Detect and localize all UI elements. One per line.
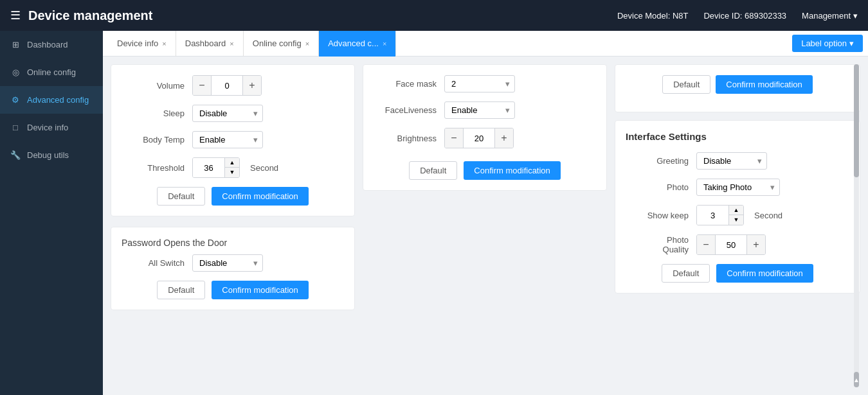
online-config-icon: ◎ [10, 67, 21, 77]
password-default-button[interactable]: Default [157, 281, 205, 299]
photo-select-wrap[interactable]: Taking Photo None [696, 179, 780, 196]
threshold-stepper[interactable]: ▲ ▼ [192, 157, 240, 178]
sidebar-item-debug-utils[interactable]: 🔧 Debug utils [0, 141, 103, 169]
photo-quality-control: − + [696, 234, 849, 255]
top-confirm-button[interactable]: Confirm modification [716, 75, 813, 94]
card1-default-button[interactable]: Default [157, 187, 205, 206]
card2-confirm-button[interactable]: Confirm modification [464, 161, 561, 180]
interface-default-button[interactable]: Default [662, 264, 710, 283]
body-temp-select-wrap[interactable]: Enable Disable [192, 131, 263, 148]
tab-online-config-close[interactable]: × [305, 40, 309, 48]
face-mask-select-wrap[interactable]: 1 2 3 [444, 75, 515, 92]
face-liveness-control: Enable Disable [444, 101, 596, 119]
photo-select[interactable]: Taking Photo None [696, 179, 780, 196]
sleep-label: Sleep [122, 109, 192, 118]
greeting-control: Disable Enable [696, 152, 849, 170]
top-right-btn-row: Default Confirm modification [626, 75, 849, 94]
show-keep-up-button[interactable]: ▲ [729, 206, 743, 215]
face-liveness-row: FaceLiveness Enable Disable [374, 101, 596, 119]
label-option-button[interactable]: Label option ▾ [792, 35, 863, 52]
threshold-arrows[interactable]: ▲ ▼ [225, 158, 239, 177]
menu-icon[interactable]: ☰ [10, 8, 21, 22]
tab-dashboard-close[interactable]: × [230, 40, 233, 48]
body-temp-row: Body Temp Enable Disable [122, 131, 344, 148]
face-mask-row: Face mask 1 2 3 [374, 75, 596, 92]
brightness-input[interactable] [463, 128, 495, 148]
photo-quality-num-input[interactable]: − + [696, 234, 766, 255]
sidebar-item-online-config[interactable]: ◎ Online config [0, 58, 103, 86]
topbar-info: Device Model: N8T Device ID: 689302333 M… [617, 11, 858, 21]
all-switch-select[interactable]: Disable Enable [192, 254, 263, 272]
sidebar-label-advanced-config: Advanced config [27, 95, 89, 105]
body-temp-select[interactable]: Enable Disable [192, 131, 263, 148]
volume-input[interactable] [211, 76, 243, 95]
device-model-label: Device Model: N8T [617, 11, 689, 21]
threshold-down-button[interactable]: ▼ [225, 168, 239, 177]
all-switch-label: All Switch [122, 258, 192, 268]
card2-default-button[interactable]: Default [409, 161, 457, 180]
greeting-select-wrap[interactable]: Disable Enable [696, 152, 767, 170]
photo-quality-label: Photo Quality [626, 235, 696, 254]
brightness-increment-button[interactable]: + [495, 128, 513, 148]
threshold-row: Threshold ▲ ▼ Second [122, 157, 344, 178]
sleep-select[interactable]: Disable Enable [192, 105, 263, 122]
sidebar-item-device-info[interactable]: □ Device info [0, 114, 103, 141]
sleep-select-wrap[interactable]: Disable Enable [192, 105, 263, 122]
interface-settings-title: Interface Settings [626, 131, 849, 142]
password-btn-row: Default Confirm modification [122, 281, 344, 299]
tab-online-config-label: Online config [253, 39, 302, 48]
show-keep-stepper[interactable]: ▲ ▼ [696, 205, 744, 225]
threshold-up-button[interactable]: ▲ [225, 158, 239, 168]
face-liveness-select[interactable]: Enable Disable [444, 101, 515, 119]
brightness-decrement-button[interactable]: − [445, 128, 463, 148]
tab-advanced-c[interactable]: Advanced c... × [319, 31, 396, 57]
card1-confirm-button[interactable]: Confirm modification [212, 187, 309, 206]
brightness-label: Brightness [374, 134, 444, 143]
volume-increment-button[interactable]: + [243, 76, 261, 95]
volume-num-input[interactable]: − + [192, 75, 262, 96]
tab-device-info[interactable]: Device info × [108, 31, 176, 57]
interface-confirm-button[interactable]: Confirm modification [716, 264, 813, 283]
sidebar: ⊞ Dashboard ◎ Online config ⚙ Advanced c… [0, 31, 103, 395]
body-temp-control: Enable Disable [192, 131, 344, 148]
sidebar-item-advanced-config[interactable]: ⚙ Advanced config [0, 86, 103, 114]
threshold-control: ▲ ▼ Second [192, 157, 344, 178]
main-grid: Volume − + Sleep [103, 57, 868, 395]
tab-device-info-close[interactable]: × [162, 40, 166, 48]
greeting-select[interactable]: Disable Enable [696, 152, 767, 170]
tab-online-config[interactable]: Online config × [244, 31, 319, 57]
interface-btn-row: Default Confirm modification [626, 264, 849, 283]
threshold-input[interactable] [193, 158, 225, 177]
device-info-icon: □ [10, 123, 21, 132]
password-confirm-button[interactable]: Confirm modification [212, 281, 309, 299]
card-settings-2: Face mask 1 2 3 [363, 64, 607, 191]
brightness-row: Brightness − + [374, 128, 596, 148]
show-keep-arrows[interactable]: ▲ ▼ [729, 206, 743, 225]
face-mask-select[interactable]: 1 2 3 [444, 75, 515, 92]
face-liveness-select-wrap[interactable]: Enable Disable [444, 101, 515, 119]
photo-quality-increment-button[interactable]: + [747, 235, 765, 254]
scroll-to-top-button[interactable]: ▲ [854, 372, 859, 387]
tab-advanced-c-label: Advanced c... [328, 39, 379, 48]
top-default-button[interactable]: Default [662, 75, 710, 94]
brightness-num-input[interactable]: − + [444, 128, 514, 148]
tab-dashboard[interactable]: Dashboard × [176, 31, 244, 57]
tab-advanced-c-close[interactable]: × [383, 40, 386, 48]
show-keep-input[interactable] [697, 206, 729, 225]
photo-quality-decrement-button[interactable]: − [697, 235, 715, 254]
device-id-label: Device ID: 689302333 [703, 11, 786, 21]
show-keep-down-button[interactable]: ▼ [729, 215, 743, 225]
interface-settings-card: Interface Settings Greeting Disable Enab… [615, 120, 860, 294]
all-switch-select-wrap[interactable]: Disable Enable [192, 254, 263, 272]
threshold-second-label: Second [250, 163, 278, 173]
face-mask-label: Face mask [374, 79, 444, 89]
management-dropdown[interactable]: Management ▾ [802, 11, 858, 21]
volume-decrement-button[interactable]: − [193, 76, 211, 95]
sidebar-item-dashboard[interactable]: ⊞ Dashboard [0, 31, 103, 58]
photo-quality-input[interactable] [715, 235, 747, 254]
greeting-label: Greeting [626, 156, 696, 166]
sidebar-label-device-info: Device info [27, 123, 68, 132]
tab-bar: Device info × Dashboard × Online config … [103, 31, 868, 57]
sidebar-label-dashboard: Dashboard [27, 40, 68, 49]
card2-btn-row: Default Confirm modification [374, 161, 596, 180]
